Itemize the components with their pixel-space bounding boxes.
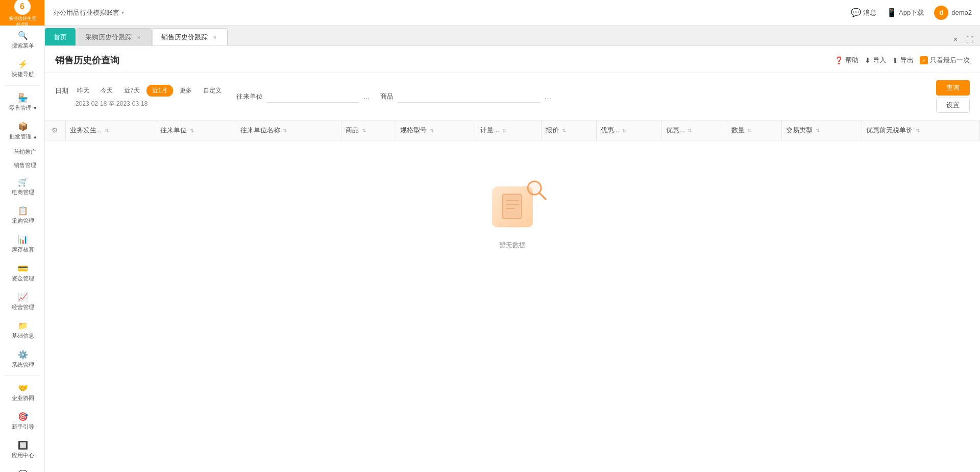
tab-sales-history-close[interactable]: × — [211, 33, 219, 41]
page-header: 销售历史价查询 ❓ 帮助 ⬇ 导入 ⬆ 导出 ✓ 只看最后一次 — [45, 46, 980, 73]
gear-icon[interactable]: ⚙ — [52, 126, 58, 134]
sidebar-item-quick-nav-label: 快捷导航 — [12, 70, 34, 78]
th-discount1-label: 优惠... — [601, 126, 620, 134]
th-unit[interactable]: 计量... ⇅ — [476, 121, 542, 140]
th-quote-price-label: 报价 — [546, 126, 559, 134]
sort-pre-tax-price-icon: ⇅ — [916, 128, 920, 133]
th-discount1[interactable]: 优惠... ⇅ — [596, 121, 662, 140]
sidebar-item-finance-label: 资金管理 — [12, 275, 34, 282]
sidebar-item-system-mgmt[interactable]: ⚙️ 系统管理 — [0, 345, 44, 373]
sidebar: 6 畅捷信好生意标准版 🔍 搜索菜单 ⚡ 快捷导航 🏪 零售管理 ▾ 📦 批发管… — [0, 0, 45, 472]
sidebar-item-quick-nav[interactable]: ⚡ 快捷导航 — [0, 54, 44, 83]
goods-dots-btn[interactable]: ... — [545, 92, 551, 101]
message-action[interactable]: 💬 消息 — [851, 8, 876, 17]
sidebar-item-retail-label: 零售管理 ▾ — [9, 104, 36, 111]
date-btn-1month[interactable]: 近1月 — [146, 85, 174, 97]
sidebar-item-marketing[interactable]: 营销推广 — [4, 145, 44, 158]
th-pre-tax-price[interactable]: 优惠前无税单价 ⇅ — [862, 121, 980, 140]
page-actions: ❓ 帮助 ⬇ 导入 ⬆ 导出 ✓ 只看最后一次 — [835, 56, 970, 65]
sidebar-item-enterprise-wechat[interactable]: 💬 企业微信 — [0, 464, 44, 472]
user-avatar: d — [934, 6, 948, 20]
workspace-selector[interactable]: 办公用品行业模拟账套 ▾ — [53, 8, 124, 17]
th-partner-code[interactable]: 往来单位 ⇅ — [156, 121, 236, 140]
message-icon: 💬 — [851, 8, 861, 17]
sidebar-item-newbie-guide[interactable]: 🎯 新手引导 — [0, 407, 44, 435]
purchase-icon: 📋 — [18, 206, 28, 216]
partner-dots-btn[interactable]: ... — [363, 92, 370, 101]
sidebar-item-ecommerce-mgmt[interactable]: 🛒 电商管理 — [0, 172, 44, 201]
sort-spec-icon: ⇅ — [430, 128, 434, 133]
sidebar-item-app-center[interactable]: 🔲 应用中心 — [0, 435, 44, 464]
message-label: 消息 — [863, 8, 876, 17]
sidebar-item-retail-mgmt[interactable]: 🏪 零售管理 ▾ — [0, 88, 44, 116]
th-quantity[interactable]: 数量 ⇅ — [727, 121, 781, 140]
th-goods[interactable]: 商品 ⇅ — [341, 121, 396, 140]
th-trade-type[interactable]: 交易类型 ⇅ — [782, 121, 862, 140]
th-partner-name[interactable]: 往来单位名称 ⇅ — [236, 121, 341, 140]
th-quote-price[interactable]: 报价 ⇅ — [542, 121, 596, 140]
app-download-label: App下载 — [899, 8, 924, 17]
date-btn-custom[interactable]: 自定义 — [199, 85, 226, 97]
date-btn-more[interactable]: 更多 — [175, 85, 197, 97]
finance-icon: 💳 — [18, 264, 28, 273]
sort-business-date-icon: ⇅ — [105, 128, 109, 133]
sidebar-item-purchase-mgmt[interactable]: 📋 采购管理 — [0, 201, 44, 229]
date-btn-today[interactable]: 今天 — [96, 85, 117, 97]
search-icon: 🔍 — [18, 31, 28, 40]
tab-purchase-history-close[interactable]: × — [135, 33, 143, 41]
tab-purchase-history-label: 采购历史价跟踪 — [85, 33, 132, 42]
th-spec[interactable]: 规格型号 ⇅ — [396, 121, 476, 140]
tab-sales-history[interactable]: 销售历史价跟踪 × — [153, 28, 228, 45]
goods-input[interactable] — [398, 90, 541, 103]
export-action[interactable]: ⬆ 导出 — [892, 56, 914, 65]
partner-input[interactable] — [267, 90, 359, 103]
wholesale-icon: 📦 — [18, 122, 28, 131]
export-icon: ⬆ — [892, 56, 898, 64]
sidebar-item-inventory[interactable]: 📊 库存核算 — [0, 229, 44, 258]
sort-quantity-icon: ⇅ — [747, 128, 751, 133]
th-partner-name-label: 往来单位名称 — [240, 126, 280, 134]
help-action[interactable]: ❓ 帮助 — [835, 56, 859, 65]
tab-home[interactable]: 首页 — [45, 28, 76, 45]
date-btn-yesterday[interactable]: 昨天 — [72, 85, 94, 97]
only-last-once-toggle[interactable]: ✓ 只看最后一次 — [920, 56, 970, 65]
table-head: ⚙ 业务发生... ⇅ 往来单位 ⇅ 往来单位名称 ⇅ — [45, 121, 980, 140]
sidebar-item-search-menu[interactable]: 🔍 搜索菜单 — [0, 26, 44, 54]
th-partner-code-label: 往来单位 — [160, 126, 187, 134]
sidebar-menu: 🔍 搜索菜单 ⚡ 快捷导航 🏪 零售管理 ▾ 📦 批发管理 ▴ 营销推广 销售管… — [0, 26, 44, 472]
app-download-action[interactable]: 📱 App下载 — [887, 8, 924, 17]
th-business-date-label: 业务发生... — [70, 126, 102, 134]
import-action[interactable]: ⬇ 导入 — [865, 56, 886, 65]
date-filter-group: 日期 昨天 今天 近7天 近1月 更多 自定义 — [55, 85, 226, 97]
query-button[interactable]: 查询 — [936, 80, 970, 96]
sidebar-item-enterprise-protocol-label: 企业协同 — [12, 394, 34, 402]
tab-bar: 首页 采购历史价跟踪 × 销售历史价跟踪 × × ⛶ — [45, 26, 980, 46]
th-discount2[interactable]: 优惠... ⇅ — [662, 121, 727, 140]
sidebar-item-operations-label: 经营管理 — [12, 303, 34, 311]
th-discount2-label: 优惠... — [666, 126, 685, 134]
th-unit-label: 计量... — [480, 126, 499, 134]
sidebar-item-wholesale-mgmt[interactable]: 📦 批发管理 ▴ — [0, 116, 44, 145]
tab-fullscreen-btn[interactable]: ⛶ — [964, 33, 976, 45]
tab-purchase-history[interactable]: 采购历史价跟踪 × — [77, 28, 152, 45]
date-buttons: 昨天 今天 近7天 近1月 更多 自定义 — [72, 85, 226, 97]
sidebar-item-operations-mgmt[interactable]: 📈 经营管理 — [0, 287, 44, 316]
workspace-name: 办公用品行业模拟账套 — [53, 8, 119, 17]
main-area: 办公用品行业模拟账套 ▾ 💬 消息 📱 App下载 d demo2 首页 采购历… — [45, 0, 980, 472]
sidebar-item-system-label: 系统管理 — [12, 361, 34, 368]
settings-button[interactable]: 设置 — [936, 98, 970, 113]
page-content: 销售历史价查询 ❓ 帮助 ⬇ 导入 ⬆ 导出 ✓ 只看最后一次 — [45, 46, 980, 472]
user-action[interactable]: d demo2 — [934, 6, 972, 20]
user-name: demo2 — [951, 9, 972, 16]
date-btn-7days[interactable]: 近7天 — [119, 85, 144, 97]
th-business-date[interactable]: 业务发生... ⇅ — [65, 121, 156, 140]
sidebar-item-enterprise-protocol[interactable]: 🤝 企业协同 — [0, 378, 44, 407]
sidebar-item-basic-info[interactable]: 📁 基础信息 — [0, 316, 44, 344]
app-download-icon: 📱 — [887, 8, 897, 17]
tab-close-all-btn[interactable]: × — [949, 33, 962, 45]
sidebar-item-finance-mgmt[interactable]: 💳 资金管理 — [0, 258, 44, 287]
sort-goods-icon: ⇅ — [362, 128, 366, 133]
empty-text: 暂无数据 — [499, 241, 526, 250]
sidebar-item-sales-mgmt[interactable]: 销售管理 — [4, 158, 44, 172]
enterprise-wechat-icon: 💬 — [18, 469, 28, 472]
